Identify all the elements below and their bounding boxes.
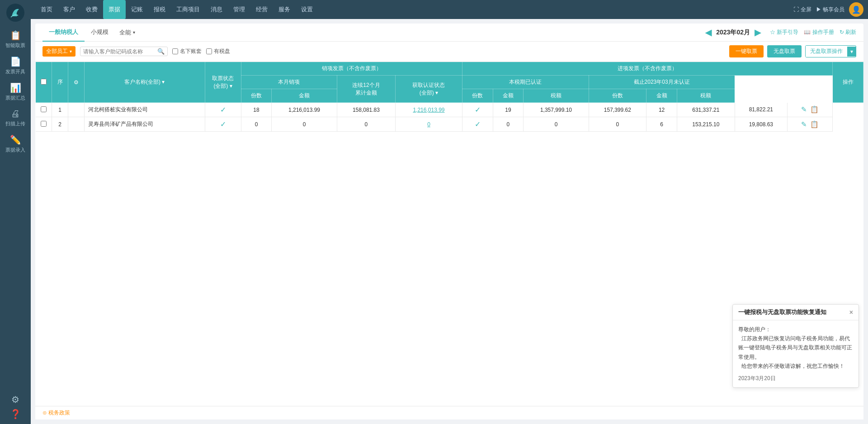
table-header-customer: 客户名称(全部) ▾ xyxy=(85,62,205,103)
new-guide-link[interactable]: ☆ 新手引导 xyxy=(770,29,798,36)
row-checkbox[interactable] xyxy=(41,106,47,112)
ticket-entry-icon: ✏️ xyxy=(10,134,21,145)
manual-link[interactable]: 📖 操作手册 xyxy=(804,29,834,36)
row-num: 1 xyxy=(52,103,68,117)
member-button[interactable]: ▶ 畅享会员 xyxy=(816,6,844,14)
row-num: 2 xyxy=(52,117,68,132)
table-header-num: 序 xyxy=(52,62,68,103)
nav-ticket[interactable]: 票据 xyxy=(103,0,126,19)
nav-customer[interactable]: 客户 xyxy=(58,0,80,19)
row-checkbox[interactable] xyxy=(41,121,47,127)
nav-message[interactable]: 消息 xyxy=(205,0,228,19)
account-checkbox[interactable] xyxy=(172,48,178,54)
table-col-cert-amount: 金额 xyxy=(493,89,524,103)
diskless-ops-arrow-icon[interactable]: ▾ xyxy=(847,47,856,57)
prev-month-button[interactable]: ◀ xyxy=(705,28,712,38)
tab-general-taxpayer[interactable]: 一般纳税人 xyxy=(42,24,85,42)
nav-service[interactable]: 服务 xyxy=(273,0,296,19)
top-navigation: 首页 客户 收费 票据 记账 报税 工商项目 消息 管理 经营 服务 设置 ⛶ … xyxy=(31,0,868,19)
settings-icon[interactable]: ⚙ xyxy=(11,394,19,405)
table-col-sales-count: 份数 xyxy=(241,89,272,103)
search-icon[interactable]: 🔍 xyxy=(157,48,165,55)
detail-icon[interactable]: 📋 xyxy=(810,105,819,113)
row-checkbox-cell[interactable] xyxy=(36,103,52,117)
nav-business[interactable]: 工商项目 xyxy=(171,0,205,19)
notification-close-button[interactable]: × xyxy=(849,309,853,316)
table-header-sales-group: 销项发票（不含作废票） xyxy=(241,62,462,76)
table-col-cert-tax: 税额 xyxy=(524,89,589,103)
edit-icon[interactable]: ✎ xyxy=(801,105,807,113)
invoice-table: 序 ⚙ 客户名称(全部) ▾ 取票状态(全部) ▾ 销项发票（不含作废票） 进项… xyxy=(35,62,863,132)
nav-manage[interactable]: 管理 xyxy=(228,0,250,19)
row-sales-count: 0 xyxy=(241,117,272,132)
user-avatar[interactable]: 👤 xyxy=(849,2,863,17)
search-input[interactable] xyxy=(83,48,156,55)
month-navigation: ◀ 2023年02月 ▶ xyxy=(705,28,761,38)
nav-bookkeeping[interactable]: 记账 xyxy=(126,0,148,19)
table-header-settings: ⚙ xyxy=(68,62,85,103)
row-cumulative: 1,216,013.99 xyxy=(396,103,462,117)
help-icon[interactable]: ❓ xyxy=(10,409,21,419)
employee-select-arrow-icon: ▾ xyxy=(70,49,72,54)
row-sales-count: 18 xyxy=(241,103,272,117)
sidebar-item-smart-ticket[interactable]: 📋 智能取票 xyxy=(0,26,31,52)
status-icon: ✓ xyxy=(220,106,226,114)
one-key-ticket-button[interactable]: 一键取票 xyxy=(729,45,764,57)
table-header-check[interactable] xyxy=(36,62,52,103)
table-subheader-cumulative: 连续12个月累计金额 xyxy=(337,76,396,103)
table-subheader-uncertified: 截止2023年03月未认证 xyxy=(589,76,735,89)
employee-select[interactable]: 全部员工 ▾ xyxy=(42,46,75,57)
next-month-button[interactable]: ▶ xyxy=(755,28,761,38)
cumulative-link[interactable]: 1,216,013.99 xyxy=(413,107,444,113)
row-cert-amount: 1,357,999.10 xyxy=(524,103,589,117)
sidebar-item-invoice-open[interactable]: 📄 发票开具 xyxy=(0,52,31,79)
row-cert-amount: 0 xyxy=(524,117,589,132)
tab-all-arrow-icon: ▾ xyxy=(133,30,135,35)
cumulative-link[interactable]: 0 xyxy=(427,121,430,128)
diskless-ops-button[interactable]: 无盘取票操作 ▾ xyxy=(805,45,856,57)
row-uncert-tax: 81,822.21 xyxy=(735,103,788,117)
customer-search: 🔍 xyxy=(80,47,168,56)
sidebar: 📋 智能取票 📄 发票开具 📊 票据汇总 🖨 扫描上传 ✏️ 票据录入 ⚙ ❓ xyxy=(0,0,31,424)
table-col-uncert-count: 份数 xyxy=(589,89,646,103)
taxdisk-checkbox[interactable] xyxy=(206,48,212,54)
notification-popup: 一键报税与无盘取票功能恢复通知 × 尊敬的用户： 江苏政务网已恢复访问电子税务局… xyxy=(732,304,859,388)
checkbox-account[interactable]: 名下账套 xyxy=(172,48,202,55)
row-checkbox-cell[interactable] xyxy=(36,117,52,132)
table-col-cert-count: 份数 xyxy=(462,89,493,103)
row-customer-name: 河北柯搭桩实业有限公司 xyxy=(85,103,205,117)
sidebar-item-scan-upload[interactable]: 🖨 扫描上传 xyxy=(0,105,31,131)
row-actions: ✎ 📋 xyxy=(788,117,833,132)
tax-policy-footer[interactable]: ⊙ 税务政策 xyxy=(35,406,863,419)
row-status: ✓ xyxy=(205,103,241,117)
nav-tax[interactable]: 报税 xyxy=(148,0,171,19)
sidebar-item-ticket-summary[interactable]: 📊 票据汇总 xyxy=(0,79,31,105)
row-actions: ✎ 📋 xyxy=(788,103,833,117)
table-col-uncert-tax: 税额 xyxy=(677,89,735,103)
row-cert-count: 0 xyxy=(493,117,524,132)
sidebar-item-ticket-entry[interactable]: ✏️ 票据录入 xyxy=(0,131,31,157)
row-status: ✓ xyxy=(205,117,241,132)
nav-fee[interactable]: 收费 xyxy=(80,0,103,19)
edit-icon[interactable]: ✎ xyxy=(801,120,807,128)
detail-icon[interactable]: 📋 xyxy=(810,120,819,128)
checkbox-tax-disk[interactable]: 有税盘 xyxy=(206,48,230,55)
logo[interactable] xyxy=(6,4,24,22)
nav-settings[interactable]: 设置 xyxy=(296,0,318,19)
table-col-uncert-amount: 金额 xyxy=(646,89,677,103)
nav-home[interactable]: 首页 xyxy=(35,0,58,19)
fullscreen-button[interactable]: ⛶ 全屏 xyxy=(793,6,811,14)
select-all-checkbox[interactable] xyxy=(41,79,47,85)
tabs-bar: 一般纳税人 小规模 全能 ▾ ◀ 2023年02月 ▶ ☆ 新手引导 📖 操作手… xyxy=(35,24,863,42)
diskless-ticket-button[interactable]: 无盘取票 xyxy=(767,45,802,57)
row-cert-tax: 0 xyxy=(589,117,646,132)
tab-small-scale[interactable]: 小规模 xyxy=(85,24,115,42)
refresh-link[interactable]: ↻ 刷新 xyxy=(840,29,856,36)
row-settings xyxy=(68,103,85,117)
row-sales-tax: 0 xyxy=(337,117,396,132)
tab-all[interactable]: 全能 ▾ xyxy=(115,24,140,41)
row-sales-amount: 1,216,013.99 xyxy=(272,103,337,117)
nav-operation[interactable]: 经营 xyxy=(250,0,273,19)
row-cert-count: 19 xyxy=(493,103,524,117)
table-row: 1 河北柯搭桩实业有限公司 ✓ 18 1,216,013.99 158,081.… xyxy=(36,103,863,117)
